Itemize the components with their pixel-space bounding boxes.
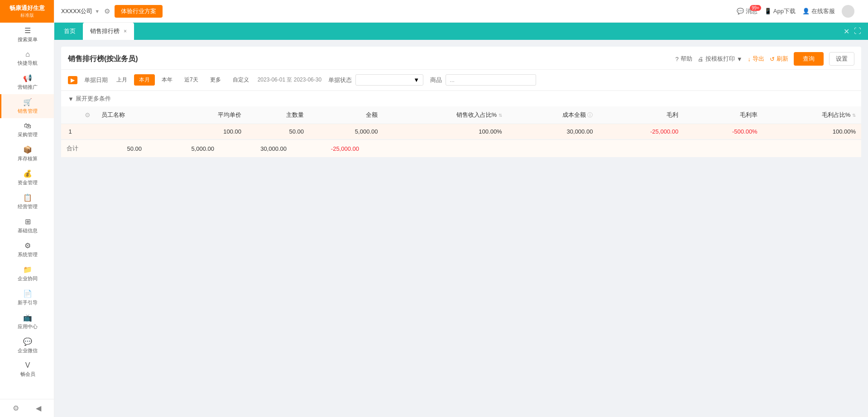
tab-home[interactable]: 首页: [57, 23, 83, 40]
col-gross-rate: 毛利率: [684, 106, 763, 124]
sidebar-label-7: 经营管理: [18, 203, 38, 210]
app-label: App下载: [773, 7, 796, 15]
table-cell-0-5: 5,000.00: [309, 124, 383, 139]
sidebar-icon-0: ☰: [24, 26, 31, 35]
sidebar-item-11[interactable]: 📄新手引导: [0, 286, 54, 310]
sidebar-label-8: 基础信息: [18, 227, 38, 234]
footer-label: 合计: [67, 144, 78, 153]
sidebar-label-13: 企业微信: [18, 347, 38, 354]
tabbar-expand-icon[interactable]: ⛶: [854, 27, 861, 35]
filter-expand-arrow[interactable]: ▶: [68, 76, 77, 84]
app-icon: 📱: [764, 8, 772, 14]
sidebar-item-0[interactable]: ☰搜索菜单: [0, 23, 54, 47]
date-option-本月[interactable]: 本月: [134, 74, 155, 86]
sidebar-icon-14: V: [25, 361, 30, 369]
col-name: 员工名称: [96, 106, 172, 124]
sidebar-collapse-icon[interactable]: ◀: [36, 404, 41, 412]
col-cost-amount: 成本全额 ⓘ: [508, 106, 599, 124]
status-selector[interactable]: ▼: [355, 74, 423, 86]
sidebar-label-5: 库存核算: [18, 155, 38, 162]
sidebar-settings-icon[interactable]: ⚙: [13, 404, 19, 412]
sidebar-item-4[interactable]: 🛍采购管理: [0, 118, 54, 142]
col-amount: 全额: [309, 106, 383, 124]
sidebar-item-12[interactable]: 📺应用中心: [0, 310, 54, 334]
message-badge: 99+: [750, 5, 761, 11]
goods-input[interactable]: ...: [446, 74, 536, 86]
date-filter-label: 单据日期: [84, 76, 108, 84]
print-button[interactable]: 🖨 按模板打印 ▼: [698, 55, 743, 63]
topbar: XXXXX公司 ▼ ⚙ 体验行业方案 💬 消息 99+ 📱 App下载 👤 在线…: [54, 0, 868, 23]
help-button[interactable]: ? 帮助: [675, 55, 692, 63]
sidebar-label-6: 资金管理: [18, 179, 38, 186]
status-filter-label: 单据状态: [328, 76, 352, 84]
table-cell-0-7: 30,000.00: [508, 124, 599, 139]
online-service-button[interactable]: 👤 在线客服: [802, 7, 835, 15]
sidebar-label-3: 销售管理: [18, 108, 38, 115]
sidebar-item-7[interactable]: 📋经营管理: [0, 190, 54, 214]
export-button[interactable]: ↓ 导出: [748, 55, 765, 63]
col-avg-price: 平均单价: [172, 106, 247, 124]
date-filter-group: 单据日期 上月本月本年近7天更多自定义 2023-06-01 至 2023-06…: [84, 74, 321, 86]
table-cell-0-2: [96, 124, 172, 139]
tab-sales-ranking[interactable]: 销售排行榜 ×: [83, 23, 134, 40]
sidebar-item-1[interactable]: ⌂快捷导航: [0, 47, 54, 70]
status-dropdown-icon: ▼: [413, 77, 419, 83]
app-logo-sub: 标准版: [10, 12, 45, 18]
footer-amount: 5,000.00: [160, 145, 214, 152]
main-content: XXXXX公司 ▼ ⚙ 体验行业方案 💬 消息 99+ 📱 App下载 👤 在线…: [54, 0, 868, 417]
query-button[interactable]: 查询: [794, 52, 824, 66]
main-panel: 销售排行榜(按业务员) ? 帮助 🖨 按模板打印 ▼ ↓ 导出: [61, 47, 861, 157]
date-option-近7天[interactable]: 近7天: [179, 74, 203, 86]
sidebar-icon-3: 🛒: [23, 98, 32, 106]
sidebar-label-12: 应用中心: [18, 323, 38, 330]
sidebar-bottom: ⚙ ◀: [0, 399, 54, 417]
sidebar-item-5[interactable]: 📦库存核算: [0, 142, 54, 166]
sidebar-icon-6: 💰: [23, 169, 32, 178]
message-button[interactable]: 💬 消息 99+: [737, 7, 758, 15]
sidebar-item-8[interactable]: ⊞基础信息: [0, 214, 54, 238]
tab-close-icon[interactable]: ×: [124, 28, 127, 34]
refresh-button[interactable]: ↺ 刷新: [770, 55, 788, 63]
sidebar-item-3[interactable]: 🛒销售管理: [0, 94, 54, 118]
date-option-自定义[interactable]: 自定义: [228, 74, 254, 86]
sidebar-item-2[interactable]: 📢营销推广: [0, 70, 54, 94]
sidebar-logo: 畅康通好生意 标准版: [0, 0, 54, 23]
sidebar-icon-4: 🛍: [24, 122, 31, 130]
sidebar-label-10: 企业协同: [18, 275, 38, 282]
tabbar-close-icon[interactable]: ✕: [844, 27, 849, 36]
sidebar-icon-8: ⊞: [25, 217, 31, 226]
app-logo-main: 畅康通好生意: [10, 5, 45, 12]
topbar-right: 💬 消息 99+ 📱 App下载 👤 在线客服: [737, 5, 861, 18]
sidebar-item-13[interactable]: 💬企业微信: [0, 334, 54, 358]
trial-button[interactable]: 体验行业方案: [115, 5, 163, 18]
table-cell-0-6: 100.00%: [383, 124, 507, 139]
expand-more-icon: ▼: [68, 96, 74, 102]
export-label: 导出: [753, 55, 764, 63]
sidebar-item-14[interactable]: V畅会员: [0, 358, 54, 381]
footer-cost-amount: 30,000.00: [232, 145, 287, 152]
service-icon: 👤: [802, 8, 810, 14]
sidebar-icon-1: ⌂: [25, 50, 30, 58]
date-option-本年[interactable]: 本年: [157, 74, 177, 86]
sidebar-icon-12: 📺: [23, 313, 32, 322]
company-selector[interactable]: XXXXX公司 ▼: [61, 7, 100, 15]
sidebar-item-9[interactable]: ⚙系统管理: [0, 238, 54, 262]
avatar[interactable]: [842, 5, 854, 18]
sidebar-item-6[interactable]: 💰资金管理: [0, 166, 54, 190]
print-icon: 🖨: [698, 56, 704, 62]
col-gross: 毛利: [598, 106, 684, 124]
app-download-button[interactable]: 📱 App下载: [764, 7, 796, 15]
sidebar-item-10[interactable]: 📁企业协同: [0, 262, 54, 286]
topbar-gear-icon[interactable]: ⚙: [104, 7, 110, 15]
col-gear[interactable]: ⚙: [79, 106, 96, 124]
date-range-display: 2023-06-01 至 2023-06-30: [258, 76, 321, 84]
col-gross-pct: 毛利占比% ⇅: [763, 106, 861, 124]
tabbar-right: ✕ ⛶: [844, 27, 866, 36]
date-option-上月[interactable]: 上月: [111, 74, 132, 86]
setting-button[interactable]: 设置: [829, 52, 854, 66]
table-footer: 合计 50.00 5,000.00 30,000.00 -25,000.00: [61, 139, 861, 157]
tab-sales-ranking-label: 销售排行榜: [90, 27, 120, 35]
expand-more-button[interactable]: ▼ 展开更多条件: [61, 91, 861, 106]
date-option-更多[interactable]: 更多: [205, 74, 226, 86]
status-filter-group: 单据状态 ▼: [328, 74, 423, 86]
